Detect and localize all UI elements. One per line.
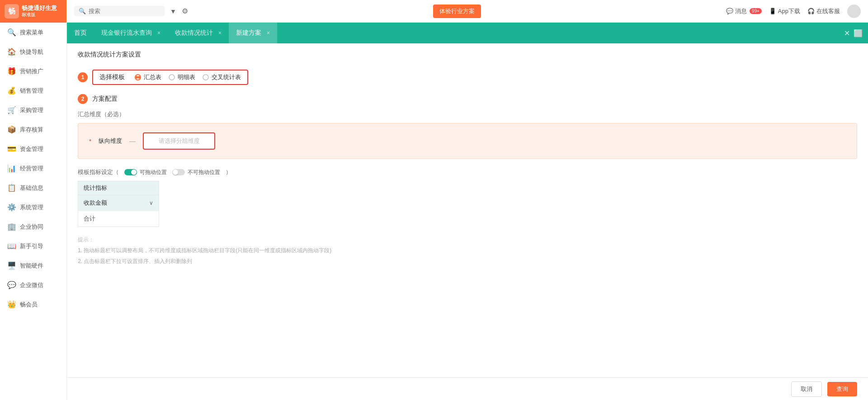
tab-home[interactable]: 首页 xyxy=(67,23,94,43)
step2-section: 2 方案配置 汇总维度（必选） * 纵向维度 — 请选择分组维度 xyxy=(78,94,857,267)
draggable-toggle[interactable]: 可拖动位置 xyxy=(124,169,167,176)
tab-bank-label: 现金银行流水查询 xyxy=(101,29,152,37)
radio-detail[interactable]: 明细表 xyxy=(169,73,195,81)
messages-label: 消息 xyxy=(735,7,747,15)
settings-icon[interactable]: ⚙ xyxy=(182,7,188,15)
main-area: 🔍 ▼ ⚙ 体验行业方案 💬 消息 99+ 📱 App下载 🎧 在线客服 xyxy=(67,0,868,400)
sidebar-item-wechat[interactable]: 💬 企业微信 xyxy=(0,275,66,295)
sidebar-item-hardware[interactable]: 🖥️ 智能硬件 xyxy=(0,256,66,275)
sidebar-item-guide-label: 新手引导 xyxy=(20,242,43,250)
radio-summary[interactable]: 汇总表 xyxy=(135,73,161,81)
sidebar-item-member-label: 畅会员 xyxy=(20,301,38,309)
messages-badge: 99+ xyxy=(750,8,762,14)
tab-bank[interactable]: 现金银行流水查询 × xyxy=(94,23,168,43)
radio-summary-circle xyxy=(135,74,141,80)
monitor-icon: 🖥️ xyxy=(7,261,16,270)
sidebar-item-purchase[interactable]: 🛒 采购管理 xyxy=(0,100,66,120)
nav-tabs-right: ✕ ⬜ xyxy=(844,29,868,38)
sidebar-item-inventory[interactable]: 📦 库存核算 xyxy=(0,120,66,139)
step1-header: 1 选择模板 汇总表 明细表 xyxy=(78,70,857,85)
sidebar-item-member[interactable]: 👑 畅会员 xyxy=(0,295,66,314)
sidebar-item-sales[interactable]: 💰 销售管理 xyxy=(0,81,66,100)
non-draggable-toggle[interactable]: 不可拖动位置 xyxy=(172,169,220,176)
nav-tabs: 首页 现金银行流水查询 × 收款情况统计 × 新建方案 × ✕ ⬜ xyxy=(67,23,868,43)
message-icon: 💬 xyxy=(726,8,733,14)
radio-detail-label: 明细表 xyxy=(178,73,195,81)
tab-bank-close[interactable]: × xyxy=(157,30,160,36)
chat-icon: 💬 xyxy=(7,281,16,289)
messages-button[interactable]: 💬 消息 99+ xyxy=(726,7,762,15)
footer: 取消 查询 xyxy=(67,377,868,400)
sidebar-item-hardware-label: 智能硬件 xyxy=(20,262,43,270)
app-version: 标准版 xyxy=(22,12,57,18)
cell-label: 收款金额 xyxy=(84,199,107,207)
sidebar-item-search[interactable]: 🔍 搜索菜单 xyxy=(0,23,66,42)
sidebar-item-basic[interactable]: 📋 基础信息 xyxy=(0,178,66,198)
sidebar-item-operation[interactable]: 📊 经营管理 xyxy=(0,159,66,178)
radio-cross[interactable]: 交叉统计表 xyxy=(203,73,241,81)
draggable-label: 可拖动位置 xyxy=(140,169,167,176)
sidebar-item-marketing[interactable]: 🎁 营销推广 xyxy=(0,61,66,81)
tips-line2: 2. 点击标题栏下拉可设置排序、插入列和删除列 xyxy=(78,256,857,267)
sidebar-item-finance-label: 资金管理 xyxy=(20,145,43,153)
tab-collection-close[interactable]: × xyxy=(218,30,222,36)
step1-section: 1 选择模板 汇总表 明细表 xyxy=(78,70,857,85)
sidebar-item-enterprise-label: 企业协同 xyxy=(20,223,43,231)
indicator-header-end: ） xyxy=(226,168,231,176)
sidebar-item-enterprise[interactable]: 🏢 企业协同 xyxy=(0,217,66,236)
tab-new-plan[interactable]: 新建方案 × xyxy=(229,23,277,43)
dimension-select-placeholder: 请选择分组维度 xyxy=(159,137,200,145)
dimension-config: 汇总维度（必选） * 纵向维度 — 请选择分组维度 xyxy=(78,110,857,267)
search-input[interactable] xyxy=(89,8,160,14)
download-label: App下载 xyxy=(778,7,800,15)
step2-label: 方案配置 xyxy=(92,95,118,103)
avatar[interactable] xyxy=(847,5,861,18)
search-icon: 🔍 xyxy=(7,28,16,37)
tab-new-plan-label: 新建方案 xyxy=(236,29,261,37)
sidebar-item-nav[interactable]: 🏠 快捷导航 xyxy=(0,42,66,61)
search-icon: 🔍 xyxy=(79,8,86,14)
sidebar-item-operation-label: 经营管理 xyxy=(20,165,43,173)
non-draggable-label: 不可拖动位置 xyxy=(188,169,220,176)
top-header: 🔍 ▼ ⚙ 体验行业方案 💬 消息 99+ 📱 App下载 🎧 在线客服 xyxy=(67,0,868,23)
sales-icon: 💰 xyxy=(7,86,16,95)
radio-summary-label: 汇总表 xyxy=(144,73,161,81)
app-name: 畅捷通好生意 xyxy=(22,5,57,12)
tips-area: 提示： 1. 拖动标题栏可以调整布局，不可跨维度或指标区域拖动栏目字段(只能在同… xyxy=(78,234,857,267)
cell-dropdown-icon[interactable]: ∨ xyxy=(149,200,153,206)
dropdown-icon[interactable]: ▼ xyxy=(170,8,176,15)
step2-number: 2 xyxy=(78,94,88,104)
indicator-settings: 模板指标设定（ 可拖动位置 不可拖 xyxy=(78,168,857,227)
book-icon: 📖 xyxy=(7,242,16,250)
query-button[interactable]: 查询 xyxy=(827,382,857,396)
sidebar-item-guide[interactable]: 📖 新手引导 xyxy=(0,236,66,256)
indicator-table-cell[interactable]: 收款金额 ∨ xyxy=(78,195,159,211)
radio-cross-circle xyxy=(203,74,209,80)
dimension-select[interactable]: 请选择分组维度 xyxy=(143,132,215,150)
sidebar: 畅 畅捷通好生意 标准版 🔍 搜索菜单 🏠 快捷导航 🎁 营销推广 💰 销售管理… xyxy=(0,0,67,400)
maximize-icon[interactable]: ⬜ xyxy=(854,29,863,38)
dimension-label: 汇总维度（必选） xyxy=(78,110,857,118)
search-box[interactable]: 🔍 xyxy=(74,6,165,16)
service-button[interactable]: 🎧 在线客服 xyxy=(807,7,840,15)
sidebar-item-finance[interactable]: 💳 资金管理 xyxy=(0,139,66,159)
download-button[interactable]: 📱 App下载 xyxy=(769,7,800,15)
service-icon: 🎧 xyxy=(807,8,815,14)
header-right: 💬 消息 99+ 📱 App下载 🎧 在线客服 xyxy=(726,5,861,18)
step1-label: 选择模板 xyxy=(99,73,125,81)
tab-new-plan-close[interactable]: × xyxy=(267,30,270,36)
page-title: 收款情况统计方案设置 xyxy=(78,51,857,62)
indicator-table-header: 统计指标 xyxy=(78,181,159,195)
tab-collection[interactable]: 收款情况统计 × xyxy=(168,23,229,43)
close-window-icon[interactable]: ✕ xyxy=(844,29,850,38)
sidebar-item-basic-label: 基础信息 xyxy=(20,184,43,192)
sidebar-item-inventory-label: 库存核算 xyxy=(20,126,43,134)
sidebar-item-sales-label: 销售管理 xyxy=(20,87,43,95)
sidebar-item-purchase-label: 采购管理 xyxy=(20,106,43,114)
sidebar-item-system[interactable]: ⚙️ 系统管理 xyxy=(0,198,66,217)
cart-icon: 🛒 xyxy=(7,106,16,114)
draggable-thumb xyxy=(131,169,137,175)
gift-icon: 🎁 xyxy=(7,67,16,75)
cancel-button[interactable]: 取消 xyxy=(791,381,822,397)
trial-button[interactable]: 体验行业方案 xyxy=(433,5,481,18)
